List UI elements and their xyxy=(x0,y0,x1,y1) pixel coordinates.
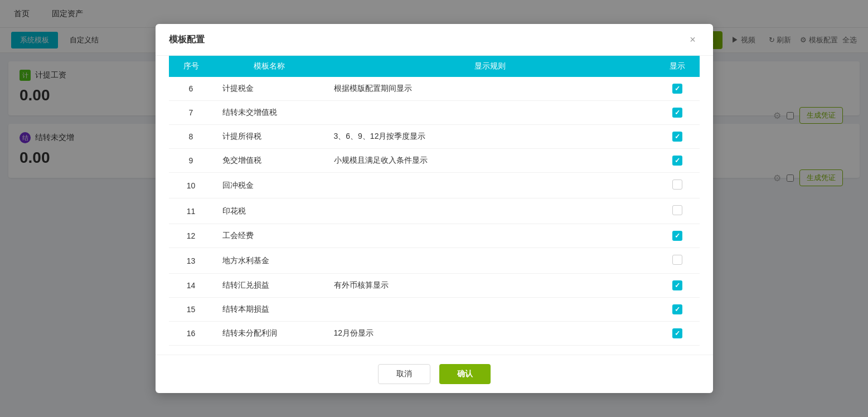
config-table: 序号 模板名称 显示规则 显示 6计提税金根据模版配置期间显示7结转未交增值税8… xyxy=(169,56,700,346)
cell-check-6 xyxy=(655,224,700,248)
modal-body: 序号 模板名称 显示规则 显示 6计提税金根据模版配置期间显示7结转未交增值税8… xyxy=(156,56,713,355)
template-config-modal: 模板配置 × 序号 模板名称 显示规则 显示 6计提税金根据模版配置期间显示7结… xyxy=(156,24,713,393)
cell-check-4 xyxy=(655,173,700,198)
cell-name-3: 免交增值税 xyxy=(214,149,325,173)
checkbox-9[interactable] xyxy=(672,304,682,314)
cell-rule-7 xyxy=(325,248,655,274)
table-row: 11印花税 xyxy=(169,198,700,224)
table-row: 14结转汇兑损益有外币核算显示 xyxy=(169,274,700,298)
cell-check-2 xyxy=(655,125,700,149)
table-row: 13地方水利基金 xyxy=(169,248,700,274)
modal-header: 模板配置 × xyxy=(156,24,713,56)
cell-seq-2: 8 xyxy=(169,125,214,149)
cell-check-8 xyxy=(655,274,700,298)
cell-seq-7: 13 xyxy=(169,248,214,274)
cell-name-1: 结转未交增值税 xyxy=(214,101,325,125)
cell-name-0: 计提税金 xyxy=(214,77,325,101)
table-row: 10回冲税金 xyxy=(169,173,700,198)
cell-seq-1: 7 xyxy=(169,101,214,125)
cell-check-9 xyxy=(655,298,700,322)
cell-name-9: 结转本期损益 xyxy=(214,298,325,322)
cell-name-2: 计提所得税 xyxy=(214,125,325,149)
table-row: 12工会经费 xyxy=(169,224,700,248)
cell-name-8: 结转汇兑损益 xyxy=(214,274,325,298)
cell-rule-1 xyxy=(325,101,655,125)
col-header-seq: 序号 xyxy=(169,56,214,77)
col-header-name: 模板名称 xyxy=(214,56,325,77)
modal-overlay: 模板配置 × 序号 模板名称 显示规则 显示 6计提税金根据模版配置期间显示7结… xyxy=(0,0,868,417)
cell-rule-8: 有外币核算显示 xyxy=(325,274,655,298)
cell-seq-10: 16 xyxy=(169,322,214,346)
checkbox-10[interactable] xyxy=(672,328,682,338)
cell-name-4: 回冲税金 xyxy=(214,173,325,198)
cell-rule-9 xyxy=(325,298,655,322)
cell-check-1 xyxy=(655,101,700,125)
table-row: 16结转未分配利润12月份显示 xyxy=(169,322,700,346)
cell-check-5 xyxy=(655,198,700,224)
cell-seq-4: 10 xyxy=(169,173,214,198)
cell-seq-0: 6 xyxy=(169,77,214,101)
cell-rule-0: 根据模版配置期间显示 xyxy=(325,77,655,101)
modal-close-button[interactable]: × xyxy=(686,33,700,46)
config-table-body: 6计提税金根据模版配置期间显示7结转未交增值税8计提所得税3、6、9、12月按季… xyxy=(169,77,700,346)
cell-check-10 xyxy=(655,322,700,346)
cell-rule-6 xyxy=(325,224,655,248)
modal-title: 模板配置 xyxy=(169,34,205,46)
table-row: 15结转本期损益 xyxy=(169,298,700,322)
cell-seq-5: 11 xyxy=(169,198,214,224)
table-row: 6计提税金根据模版配置期间显示 xyxy=(169,77,700,101)
cell-check-0 xyxy=(655,77,700,101)
cell-seq-6: 12 xyxy=(169,224,214,248)
cell-seq-8: 14 xyxy=(169,274,214,298)
cell-name-5: 印花税 xyxy=(214,198,325,224)
checkbox-8[interactable] xyxy=(672,280,682,290)
cell-seq-3: 9 xyxy=(169,149,214,173)
checkbox-5[interactable] xyxy=(672,205,682,215)
cancel-button[interactable]: 取消 xyxy=(378,364,430,384)
cell-seq-9: 15 xyxy=(169,298,214,322)
cell-rule-4 xyxy=(325,173,655,198)
checkbox-0[interactable] xyxy=(672,84,682,94)
cell-rule-3: 小规模且满足收入条件显示 xyxy=(325,149,655,173)
table-row: 8计提所得税3、6、9、12月按季度显示 xyxy=(169,125,700,149)
table-row: 7结转未交增值税 xyxy=(169,101,700,125)
checkbox-2[interactable] xyxy=(672,132,682,142)
checkbox-4[interactable] xyxy=(672,180,682,190)
config-table-header-row: 序号 模板名称 显示规则 显示 xyxy=(169,56,700,77)
confirm-button[interactable]: 确认 xyxy=(439,364,491,384)
cell-name-6: 工会经费 xyxy=(214,224,325,248)
checkbox-7[interactable] xyxy=(672,255,682,265)
cell-name-7: 地方水利基金 xyxy=(214,248,325,274)
modal-footer: 取消 确认 xyxy=(156,355,713,393)
cell-check-7 xyxy=(655,248,700,274)
cell-check-3 xyxy=(655,149,700,173)
checkbox-3[interactable] xyxy=(672,156,682,166)
cell-rule-5 xyxy=(325,198,655,224)
cell-name-10: 结转未分配利润 xyxy=(214,322,325,346)
cell-rule-10: 12月份显示 xyxy=(325,322,655,346)
table-row: 9免交增值税小规模且满足收入条件显示 xyxy=(169,149,700,173)
checkbox-6[interactable] xyxy=(672,231,682,241)
config-table-head: 序号 模板名称 显示规则 显示 xyxy=(169,56,700,77)
cell-rule-2: 3、6、9、12月按季度显示 xyxy=(325,125,655,149)
col-header-rule: 显示规则 xyxy=(325,56,655,77)
checkbox-1[interactable] xyxy=(672,108,682,118)
col-header-display: 显示 xyxy=(655,56,700,77)
